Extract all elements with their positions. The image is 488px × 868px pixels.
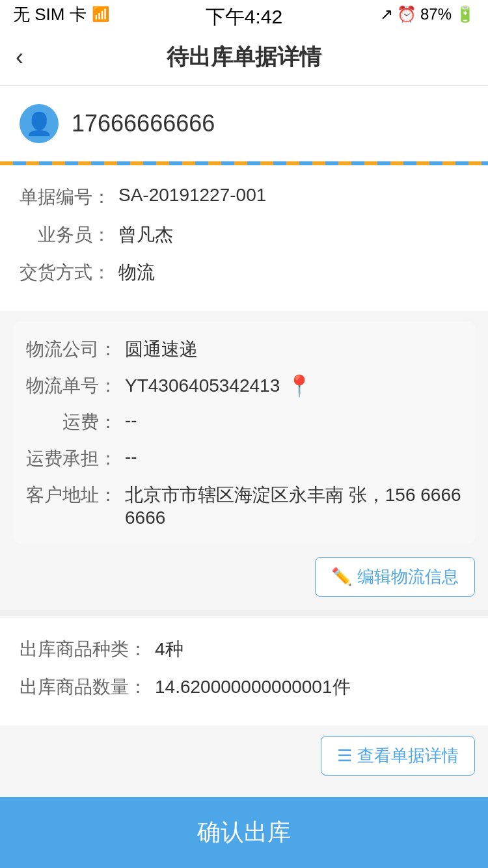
alarm-icon: ⏰ (397, 5, 416, 23)
salesman-label: 业务员： (20, 223, 111, 247)
logistics-tracking-row: 物流单号： YT43064053424​13 📍 (26, 373, 462, 398)
goods-quantity-label: 出库商品数量： (20, 675, 147, 699)
bottom-btn-area: 确认出库 (0, 797, 488, 868)
user-icon: 👤 (25, 111, 53, 137)
salesman-row: 业务员： 曾凡杰 (20, 223, 468, 247)
carrier-label: 无 SIM 卡 (13, 3, 87, 26)
order-number-value: SA-20191227-001 (118, 185, 468, 206)
logistics-address-value: 北京市市辖区海淀区永丰南 张，156 6666 6666 (125, 483, 462, 528)
goods-quantity-row: 出库商品数量： 14.620000000000001件 (20, 675, 468, 699)
logistics-freight-bear-value: -- (125, 446, 462, 467)
logistics-address-row: 客户地址： 北京市市辖区海淀区永丰南 张，156 6666 6666 (26, 483, 462, 528)
main-content: 👤 17666666666 单据编号： SA-20191227-001 业务员：… (0, 86, 488, 868)
view-detail-button[interactable]: ☰ 查看单据详情 (321, 736, 475, 776)
logistics-freight-value: -- (125, 410, 462, 431)
logistics-company-row: 物流公司： 圆通速递 (26, 337, 462, 362)
logistics-tracking-value: YT43064053424​13 📍 (125, 373, 462, 398)
goods-type-label: 出库商品种类： (20, 637, 147, 662)
logistics-card: 物流公司： 圆通速递 物流单号： YT43064053424​13 📍 运费： … (13, 321, 475, 544)
salesman-value: 曾凡杰 (118, 223, 468, 247)
logistics-freight-bear-label: 运费承担： (26, 446, 117, 471)
order-number-label: 单据编号： (20, 185, 111, 210)
logistics-freight-row: 运费： -- (26, 410, 462, 435)
location-pin-icon[interactable]: 📍 (286, 373, 312, 398)
location-icon: ↗ (380, 5, 393, 23)
confirm-outbound-button[interactable]: 确认出库 (197, 817, 291, 848)
nav-bar: ‹ 待出库单据详情 (0, 29, 488, 86)
customer-section: 👤 17666666666 (0, 86, 488, 161)
logistics-freight-label: 运费： (26, 410, 117, 435)
wifi-icon: 📶 (92, 6, 109, 23)
edit-logistics-button[interactable]: ✏️ 编辑物流信息 (315, 557, 475, 597)
order-number-row: 单据编号： SA-20191227-001 (20, 185, 468, 210)
logistics-freight-bear-row: 运费承担： -- (26, 446, 462, 471)
order-info-section: 单据编号： SA-20191227-001 业务员： 曾凡杰 交货方式： 物流 (0, 165, 488, 311)
goods-quantity-value: 14.620000000000001件 (155, 675, 468, 699)
logistics-company-label: 物流公司： (26, 337, 117, 362)
back-button[interactable]: ‹ (16, 44, 23, 71)
edit-btn-label: 编辑物流信息 (357, 565, 459, 588)
customer-phone: 17666666666 (72, 110, 215, 137)
goods-type-row: 出库商品种类： 4种 (20, 637, 468, 662)
edit-icon: ✏️ (331, 567, 352, 587)
status-bar: 无 SIM 卡 📶 下午4:42 ↗ ⏰ 87% 🔋 (0, 0, 488, 29)
delivery-row: 交货方式： 物流 (20, 260, 468, 285)
battery-label: 87% (420, 5, 452, 23)
delivery-value: 物流 (118, 260, 468, 285)
goods-type-value: 4种 (155, 637, 468, 662)
status-right: ↗ ⏰ 87% 🔋 (380, 5, 475, 23)
avatar: 👤 (20, 104, 59, 143)
edit-btn-row: ✏️ 编辑物流信息 (0, 557, 488, 610)
detail-btn-label: 查看单据详情 (357, 744, 459, 767)
logistics-company-value: 圆通速递 (125, 337, 462, 362)
goods-section: 出库商品种类： 4种 出库商品数量： 14.620000000000001件 (0, 617, 488, 726)
logistics-address-label: 客户地址： (26, 483, 117, 508)
delivery-label: 交货方式： (20, 260, 111, 285)
battery-icon: 🔋 (455, 5, 475, 23)
status-left: 无 SIM 卡 📶 (13, 3, 109, 26)
status-time: 下午4:42 (206, 4, 282, 31)
section-divider (0, 610, 488, 617)
detail-btn-row: ☰ 查看单据详情 (0, 736, 488, 789)
page-title: 待出库单据详情 (167, 42, 321, 72)
detail-icon: ☰ (337, 746, 352, 766)
logistics-tracking-label: 物流单号： (26, 373, 117, 398)
